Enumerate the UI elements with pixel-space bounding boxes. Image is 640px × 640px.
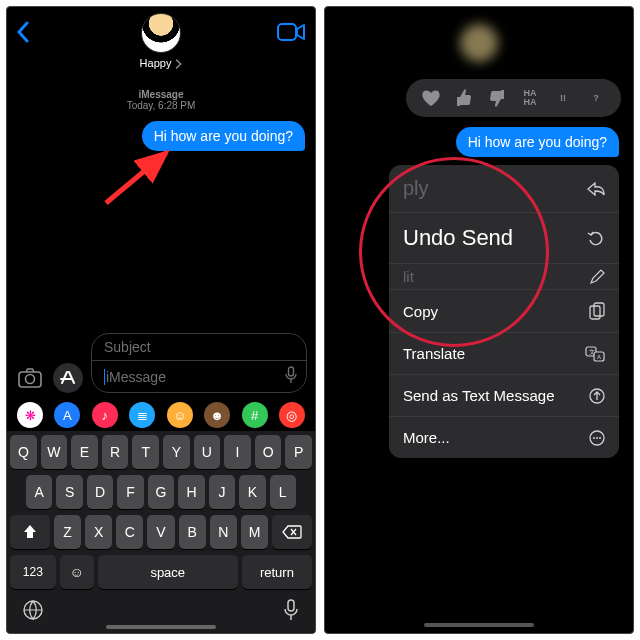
subject-input[interactable]: Subject <box>92 334 306 361</box>
svg-rect-4 <box>289 367 294 376</box>
key-w[interactable]: W <box>41 435 68 469</box>
keyboard: QWERTYUIOP ASDFGHJKL ZXCVBNM 123 ☺ space… <box>7 431 315 633</box>
key-t[interactable]: T <box>132 435 159 469</box>
ellipsis-icon <box>589 430 605 446</box>
question-reaction[interactable]: ? <box>585 87 607 109</box>
key-i[interactable]: I <box>224 435 251 469</box>
svg-line-1 <box>106 153 166 203</box>
key-m[interactable]: M <box>241 515 268 549</box>
message-input[interactable]: iMessage <box>92 361 306 392</box>
svg-point-15 <box>593 437 595 439</box>
audio-wave-icon[interactable]: ≣ <box>129 402 155 428</box>
photos-app-icon[interactable]: ❋ <box>17 402 43 428</box>
numbers-key[interactable]: 123 <box>10 555 56 589</box>
exclaim-reaction[interactable]: !! <box>552 87 574 109</box>
key-l[interactable]: L <box>270 475 296 509</box>
key-d[interactable]: D <box>87 475 113 509</box>
key-k[interactable]: K <box>239 475 265 509</box>
thumbs-down-reaction[interactable] <box>486 87 508 109</box>
imessage-app-strip[interactable]: ❋A♪≣☺☻#◎ <box>7 399 315 431</box>
text-caret <box>104 369 105 385</box>
menu-item-reply[interactable]: ply <box>389 165 619 213</box>
menu-item-translate[interactable]: Translate 文A <box>389 333 619 375</box>
undo-icon <box>587 229 605 247</box>
send-up-icon <box>589 388 605 404</box>
sent-message-bubble[interactable]: Hi how are you doing? <box>456 127 619 157</box>
svg-text:文: 文 <box>589 348 595 355</box>
key-j[interactable]: J <box>209 475 235 509</box>
key-b[interactable]: B <box>179 515 206 549</box>
contact-name-button[interactable]: Happy <box>140 57 183 69</box>
svg-point-3 <box>26 375 35 384</box>
dictation-key[interactable] <box>282 599 300 625</box>
globe-key[interactable] <box>22 599 44 625</box>
dictation-icon[interactable] <box>284 366 298 387</box>
sent-message-text: Hi how are you doing? <box>154 128 293 144</box>
svg-point-17 <box>599 437 601 439</box>
contact-avatar <box>457 21 501 65</box>
contact-avatar[interactable] <box>141 13 181 53</box>
facetime-button[interactable] <box>277 21 307 47</box>
svg-rect-7 <box>590 306 600 319</box>
apple-music-icon[interactable]: ♪ <box>92 402 118 428</box>
app-drawer-button[interactable] <box>53 363 83 393</box>
key-z[interactable]: Z <box>54 515 81 549</box>
haha-reaction[interactable]: HA HA <box>519 87 541 109</box>
chevron-right-icon <box>174 59 182 69</box>
menu-item-send-as-text[interactable]: Send as Text Message <box>389 375 619 417</box>
svg-rect-0 <box>278 24 296 40</box>
digital-touch-icon[interactable]: ◎ <box>279 402 305 428</box>
memoji-app-icon[interactable]: ☺ <box>167 402 193 428</box>
key-q[interactable]: Q <box>10 435 37 469</box>
key-g[interactable]: G <box>148 475 174 509</box>
shift-key[interactable] <box>10 515 50 549</box>
key-x[interactable]: X <box>85 515 112 549</box>
menu-item-undo-send[interactable]: Undo Send <box>389 213 619 264</box>
camera-button[interactable] <box>15 363 45 393</box>
reply-icon <box>587 182 605 196</box>
key-c[interactable]: C <box>116 515 143 549</box>
home-indicator[interactable] <box>424 623 534 627</box>
memoji-sticker-icon[interactable]: ☻ <box>204 402 230 428</box>
svg-rect-6 <box>288 600 294 611</box>
key-h[interactable]: H <box>178 475 204 509</box>
svg-rect-8 <box>594 303 604 316</box>
key-u[interactable]: U <box>194 435 221 469</box>
tapback-bar[interactable]: HA HA!!? <box>406 79 621 117</box>
key-a[interactable]: A <box>26 475 52 509</box>
sent-message-text: Hi how are you doing? <box>468 134 607 150</box>
context-menu: ply Undo Send lit Copy <box>389 165 619 458</box>
key-n[interactable]: N <box>210 515 237 549</box>
translate-icon: 文A <box>585 346 605 362</box>
thumbs-up-reaction[interactable] <box>453 87 475 109</box>
copy-icon <box>589 302 605 320</box>
edit-icon <box>589 269 605 285</box>
key-r[interactable]: R <box>102 435 129 469</box>
heart-reaction[interactable] <box>420 87 442 109</box>
emoji-key[interactable]: ☺ <box>60 555 94 589</box>
menu-item-edit[interactable]: lit <box>389 264 619 290</box>
backspace-key[interactable] <box>272 515 312 549</box>
key-v[interactable]: V <box>147 515 174 549</box>
subject-placeholder: Subject <box>104 339 151 355</box>
hashtag-images-icon[interactable]: # <box>242 402 268 428</box>
key-p[interactable]: P <box>285 435 312 469</box>
key-y[interactable]: Y <box>163 435 190 469</box>
back-button[interactable] <box>15 21 31 47</box>
key-o[interactable]: O <box>255 435 282 469</box>
home-indicator[interactable] <box>106 625 216 629</box>
annotation-arrow <box>102 147 182 207</box>
timestamp-header: iMessage Today, 6:28 PM <box>17 89 305 111</box>
return-key[interactable]: return <box>242 555 312 589</box>
key-s[interactable]: S <box>56 475 82 509</box>
key-f[interactable]: F <box>117 475 143 509</box>
message-thread[interactable]: iMessage Today, 6:28 PM Hi how are you d… <box>7 79 315 343</box>
message-placeholder: iMessage <box>106 369 284 385</box>
space-key[interactable]: space <box>98 555 238 589</box>
svg-point-16 <box>596 437 598 439</box>
menu-item-more[interactable]: More... <box>389 417 619 458</box>
app-store-icon[interactable]: A <box>54 402 80 428</box>
contact-name: Happy <box>140 57 172 69</box>
menu-item-copy[interactable]: Copy <box>389 290 619 333</box>
key-e[interactable]: E <box>71 435 98 469</box>
